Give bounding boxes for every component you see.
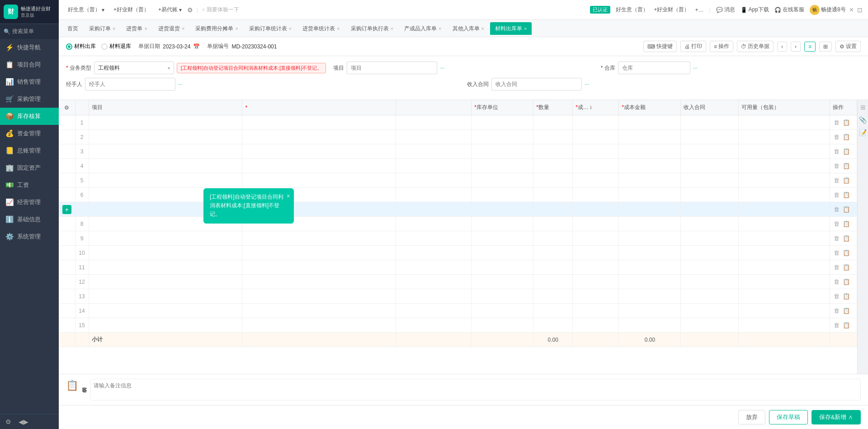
app-download-btn[interactable]: 📱 App下载	[741, 6, 769, 14]
row-cost-1[interactable]	[573, 115, 619, 130]
row-available-1[interactable]	[738, 115, 830, 130]
copy-icon-2[interactable]: 📋	[843, 133, 850, 140]
income-contract-link-icon[interactable]: ···	[585, 81, 589, 87]
save-draft-button[interactable]: 保存草稿	[769, 410, 808, 424]
tab-close-icon-10[interactable]: ×	[524, 26, 527, 31]
view-toggle-list[interactable]: ≡	[804, 42, 816, 52]
row-unit-1[interactable]	[472, 115, 533, 130]
row-project-1[interactable]	[89, 115, 242, 130]
warehouse-input[interactable]	[618, 62, 690, 74]
history-btn[interactable]: ⏱ 历史单据	[737, 41, 774, 52]
copy-icon-1[interactable]: 📋	[843, 119, 850, 126]
copy-icon-9[interactable]: 📋	[843, 235, 850, 242]
tab-close-icon-3[interactable]: ×	[182, 26, 184, 31]
calendar-icon[interactable]: 📅	[193, 43, 200, 50]
topbar-settings-icon[interactable]: ⚙	[187, 6, 193, 14]
notes-textarea[interactable]	[90, 379, 861, 400]
tab-purchase-stats[interactable]: 采购订单统计表 ×	[244, 22, 297, 35]
delete-icon-2[interactable]: 🗑	[834, 133, 840, 140]
tab-close-icon-9[interactable]: ×	[481, 26, 484, 31]
sidebar-item-base-info[interactable]: ℹ️ 基础信息	[0, 211, 59, 228]
copy-icon-12[interactable]: 📋	[843, 278, 850, 285]
tab-home[interactable]: 首页	[62, 22, 83, 35]
tab-close-icon-2[interactable]: ×	[144, 26, 147, 31]
topbar-nav-good-finance[interactable]: +好业财（普）	[110, 5, 153, 15]
copy-icon-13[interactable]: 📋	[843, 293, 850, 300]
view-toggle-grid[interactable]: ⊞	[819, 42, 832, 52]
right-panel-icon-1[interactable]: ⊞	[860, 104, 866, 111]
online-service-btn[interactable]: 🎧 在线客服	[774, 6, 804, 14]
copy-icon-3[interactable]: 📋	[843, 148, 850, 155]
delete-icon-4[interactable]: 🗑	[834, 162, 840, 169]
radio-material-return[interactable]: 材料退库	[101, 43, 131, 50]
copy-icon-add[interactable]: 📋	[843, 206, 850, 213]
sidebar-search[interactable]: 🔍 搜索菜单	[0, 24, 59, 39]
message-btn[interactable]: 💬 消息	[716, 6, 735, 14]
tab-purchase-order[interactable]: 采购订单 ×	[84, 22, 120, 35]
row-contract-1[interactable]	[681, 115, 738, 130]
row-material-1[interactable]	[242, 115, 396, 130]
copy-icon-14[interactable]: 📋	[843, 307, 850, 314]
delete-icon-12[interactable]: 🗑	[834, 278, 840, 285]
copy-icon-11[interactable]: 📋	[843, 264, 850, 271]
copy-icon-6[interactable]: 📋	[843, 191, 850, 198]
sidebar-item-quick-nav[interactable]: ⚡ 快捷导航	[0, 39, 59, 56]
delete-icon-8[interactable]: 🗑	[834, 220, 840, 227]
tab-close-icon-8[interactable]: ×	[439, 26, 441, 31]
topbar-nav-good-biz[interactable]: 好生意（普） ▾	[64, 5, 108, 15]
tab-close-icon[interactable]: ×	[113, 26, 115, 31]
delete-icon-5[interactable]: 🗑	[834, 177, 840, 184]
tab-purchase-exec[interactable]: 采购订单执行表 ×	[346, 22, 398, 35]
tab-goods-in[interactable]: 进货单 ×	[121, 22, 152, 35]
delete-icon-14[interactable]: 🗑	[834, 307, 840, 314]
sidebar-item-payroll[interactable]: 💵 工资	[0, 176, 59, 194]
row-cost-amt-1[interactable]	[619, 115, 681, 130]
sidebar-item-project[interactable]: 📋 项目合同	[0, 56, 59, 73]
row-spec-1[interactable]	[396, 115, 472, 130]
delete-icon-6[interactable]: 🗑	[834, 191, 840, 198]
project-link-icon[interactable]: ···	[440, 65, 444, 71]
shortcut-btn[interactable]: ⌨ 快捷键	[643, 41, 677, 52]
handler-input[interactable]	[85, 78, 175, 91]
delete-icon-15[interactable]: 🗑	[834, 322, 840, 329]
income-contract-input[interactable]	[491, 78, 582, 91]
tab-close-icon-4[interactable]: ×	[235, 26, 238, 31]
tab-close-icon-7[interactable]: ×	[391, 26, 393, 31]
warehouse-link-icon[interactable]: ···	[693, 65, 698, 71]
nav-next-btn[interactable]: ›	[791, 42, 801, 52]
nav-prev-btn[interactable]: ‹	[777, 42, 787, 52]
experience-link[interactable]: ○ 我要体验一下	[202, 6, 239, 14]
tab-purchase-fee[interactable]: 采购费用分摊单 ×	[190, 22, 243, 35]
delete-icon-9[interactable]: 🗑	[834, 235, 840, 242]
col-settings[interactable]: ⚙	[59, 100, 75, 115]
sidebar-item-ledger[interactable]: 📒 总账管理	[0, 142, 59, 159]
sidebar-collapse-icon[interactable]: ◀▶	[19, 418, 28, 425]
sidebar-settings-icon[interactable]: ⚙	[5, 418, 11, 425]
delete-icon-11[interactable]: 🗑	[834, 264, 840, 271]
operation-btn[interactable]: ≡ 操作	[710, 41, 733, 52]
copy-icon-5[interactable]: 📋	[843, 177, 850, 184]
sidebar-item-purchase[interactable]: 🛒 采购管理	[0, 91, 59, 108]
tab-material-out[interactable]: 材料出库单 ×	[490, 22, 532, 35]
delete-icon-3[interactable]: 🗑	[834, 148, 840, 155]
user-avatar[interactable]: 畅 畅捷通8号	[810, 5, 846, 15]
sidebar-item-operations[interactable]: 📈 经营管理	[0, 194, 59, 211]
discard-button[interactable]: 放弃	[738, 410, 765, 424]
sidebar-item-system[interactable]: ⚙️ 系统管理	[0, 228, 59, 245]
delete-icon-13[interactable]: 🗑	[834, 293, 840, 300]
sidebar-item-finance[interactable]: 💰 资金管理	[0, 125, 59, 142]
copy-icon-10[interactable]: 📋	[843, 249, 850, 256]
sidebar-item-sales[interactable]: 📊 销售管理	[0, 73, 59, 91]
add-row-btn[interactable]: +	[62, 205, 71, 214]
right-panel-icon-3[interactable]: 📝	[859, 129, 867, 136]
copy-icon-15[interactable]: 📋	[843, 322, 850, 329]
radio-material-out[interactable]: 材料出库	[66, 43, 96, 50]
delete-icon-1[interactable]: 🗑	[834, 119, 840, 126]
sidebar-item-inventory[interactable]: 📦 库存核算	[0, 108, 59, 125]
save-new-button[interactable]: 保存&新增 ∧	[811, 410, 861, 424]
project-input[interactable]	[347, 62, 437, 74]
tab-goods-return[interactable]: 进货退货 ×	[153, 22, 189, 35]
delete-icon-10[interactable]: 🗑	[834, 249, 840, 256]
tab-close-icon-6[interactable]: ×	[337, 26, 340, 31]
business-type-select[interactable]: 工程领料 ▾	[94, 62, 174, 74]
